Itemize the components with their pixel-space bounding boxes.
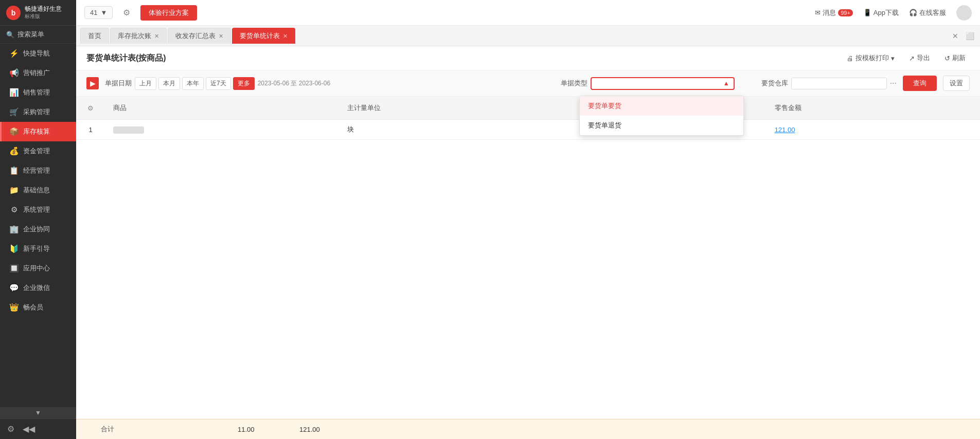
marketing-icon: 📢 xyxy=(9,68,19,78)
tab-close-3[interactable]: ✕ xyxy=(283,33,288,40)
date-label: 单据日期 xyxy=(105,79,132,88)
app-logo: b 畅捷通好生意 标准版 xyxy=(0,0,76,26)
settings-icon[interactable]: ⚙ xyxy=(7,424,14,434)
date-buttons: 上月 本月 本年 近7天 更多 xyxy=(135,77,255,90)
app-download-label: App下载 xyxy=(874,8,899,17)
wechat-icon: 💬 xyxy=(9,283,19,292)
sidebar-item-basic-info[interactable]: 📁 基础信息 xyxy=(0,180,76,200)
enterprise-label: 企业协同 xyxy=(23,225,50,234)
this-month-btn[interactable]: 本月 xyxy=(158,77,180,90)
more-dates-btn[interactable]: 更多 xyxy=(233,77,255,90)
total-amount: 121.00 xyxy=(299,426,361,433)
tab-label-0: 首页 xyxy=(88,31,101,41)
wechat-label: 企业微信 xyxy=(23,283,50,292)
app-center-icon: 🔲 xyxy=(9,264,19,273)
tab-close-btn[interactable]: ✕ xyxy=(949,30,961,42)
dropdown-item-0[interactable]: 要货单要货 xyxy=(580,96,743,116)
column-settings-icon[interactable]: ⚙ xyxy=(84,102,97,114)
message-icon: ✉ xyxy=(815,9,821,16)
tab-close-2[interactable]: ✕ xyxy=(219,33,223,40)
type-input-container[interactable]: ▲ xyxy=(591,77,735,90)
refresh-btn[interactable]: ↺ 刷新 xyxy=(940,51,970,65)
tab-3[interactable]: 要货单统计表✕ xyxy=(232,28,295,44)
sidebar-item-guide[interactable]: 🔰 新手引导 xyxy=(0,239,76,259)
online-service-label: 在线客服 xyxy=(919,8,946,17)
system-icon: ⚙ xyxy=(9,205,19,214)
last-7-days-btn[interactable]: 近7天 xyxy=(206,77,231,90)
export-label: 导出 xyxy=(917,53,930,63)
vip-icon: 👑 xyxy=(9,303,19,312)
warehouse-input[interactable] xyxy=(791,78,887,89)
logo-icon: b xyxy=(6,6,21,20)
print-label: 按模板打印 xyxy=(856,53,889,63)
print-template-btn[interactable]: 🖨 按模板打印 ▾ xyxy=(843,51,899,65)
settings-small-button[interactable]: 设置 xyxy=(943,76,970,91)
sidebar-item-finance[interactable]: 💰 资金管理 xyxy=(0,141,76,161)
header-settings-btn[interactable]: ⚙ xyxy=(119,5,134,21)
search-menu[interactable]: 🔍 搜索菜单 xyxy=(0,26,76,44)
this-year-btn[interactable]: 本年 xyxy=(182,77,204,90)
col-header-product: 商品 xyxy=(105,97,339,120)
page-title: 要货单统计表(按商品) xyxy=(86,53,166,64)
sidebar-item-system[interactable]: ⚙ 系统管理 xyxy=(0,200,76,220)
row-unit-0: 块 xyxy=(339,120,586,140)
vip-label: 畅会员 xyxy=(23,303,43,312)
query-button[interactable]: 查询 xyxy=(903,76,937,91)
phone-icon: 📱 xyxy=(863,9,871,16)
tab-close-1[interactable]: ✕ xyxy=(154,33,159,40)
last-month-btn[interactable]: 上月 xyxy=(135,77,156,90)
col-header-unit: 主计量单位 xyxy=(339,97,586,120)
type-dropdown-icon[interactable]: ▲ xyxy=(723,80,729,87)
date-range-display: 2023-05-06 至 2023-06-06 xyxy=(258,79,330,88)
messages-btn[interactable]: ✉ 消息 99+ xyxy=(815,8,853,17)
sidebar-item-sales[interactable]: 📊 销售管理 xyxy=(0,83,76,102)
tab-0[interactable]: 首页 xyxy=(80,28,109,44)
export-btn[interactable]: ↗ 导出 xyxy=(905,51,934,65)
sidebar-item-marketing[interactable]: 📢 营销推广 xyxy=(0,63,76,83)
app-download-btn[interactable]: 📱 App下载 xyxy=(863,8,899,17)
sidebar-item-vip[interactable]: 👑 畅会员 xyxy=(0,298,76,317)
store-dropdown-icon: ▼ xyxy=(100,9,107,16)
warehouse-more-icon[interactable]: ··· xyxy=(890,79,897,88)
type-label: 单据类型 xyxy=(561,79,587,88)
tab-expand-btn[interactable]: ⬜ xyxy=(964,30,976,42)
messages-label: 消息 xyxy=(823,8,836,17)
inventory-icon: 📦 xyxy=(9,127,19,136)
user-avatar[interactable] xyxy=(956,5,972,21)
marketing-label: 营销推广 xyxy=(23,68,50,78)
operations-icon: 📋 xyxy=(9,166,19,175)
tab-1[interactable]: 库存批次账✕ xyxy=(110,28,167,44)
store-selector[interactable]: 41 ▼ xyxy=(84,6,113,19)
main-content: 41 ▼ ⚙ 体验行业方案 ✉ 消息 99+ 📱 App下载 🎧 在线客服 xyxy=(76,0,980,439)
table-container: ⚙ 商品 主计量单位 主数量 零售金额 1 块 11.00 121.00 xyxy=(76,97,980,419)
purchase-icon: 🛒 xyxy=(9,107,19,117)
sidebar-item-enterprise[interactable]: 🏢 企业协同 xyxy=(0,220,76,239)
total-label: 合计 xyxy=(84,425,114,434)
headset-icon: 🎧 xyxy=(909,9,917,16)
type-input[interactable] xyxy=(596,80,723,87)
trial-button[interactable]: 体验行业方案 xyxy=(140,5,197,21)
filter-expand-btn[interactable]: ▶ xyxy=(86,77,99,89)
header-left: 41 ▼ ⚙ 体验行业方案 xyxy=(84,5,197,21)
app-version: 标准版 xyxy=(25,13,62,20)
sidebar-item-operations[interactable]: 📋 经营管理 xyxy=(0,161,76,180)
sidebar-item-wechat[interactable]: 💬 企业微信 xyxy=(0,278,76,298)
system-label: 系统管理 xyxy=(23,205,50,214)
sidebar-item-inventory[interactable]: 📦 库存核算 xyxy=(0,122,76,141)
finance-icon: 💰 xyxy=(9,147,19,156)
dropdown-item-1[interactable]: 要货单退货 xyxy=(580,116,743,135)
sidebar-item-app-center[interactable]: 🔲 应用中心 xyxy=(0,259,76,278)
app-name: 畅捷通好生意 xyxy=(25,5,62,13)
sidebar-item-purchase[interactable]: 🛒 采购管理 xyxy=(0,102,76,122)
enterprise-icon: 🏢 xyxy=(9,225,19,234)
table-footer: 合计 11.00 121.00 xyxy=(76,419,980,439)
sidebar-scroll-down[interactable]: ▼ xyxy=(0,407,76,418)
collapse-icon[interactable]: ◀◀ xyxy=(23,424,35,434)
tab-2[interactable]: 收发存汇总表✕ xyxy=(168,28,231,44)
table-row: 1 块 11.00 121.00 xyxy=(76,120,980,140)
online-service-btn[interactable]: 🎧 在线客服 xyxy=(909,8,946,17)
finance-label: 资金管理 xyxy=(23,147,50,156)
sidebar-item-quick-nav[interactable]: ⚡ 快捷导航 xyxy=(0,44,76,63)
search-icon: 🔍 xyxy=(6,31,14,39)
guide-label: 新手引导 xyxy=(23,244,50,253)
